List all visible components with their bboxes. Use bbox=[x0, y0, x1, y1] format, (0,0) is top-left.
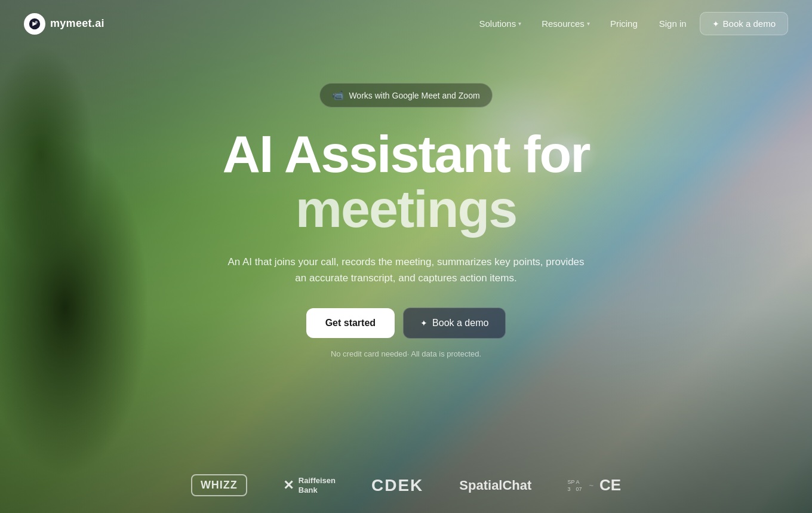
raiffeisen-logo: ✕ Raiffeisen Bank bbox=[283, 476, 336, 494]
get-started-button[interactable]: Get started bbox=[306, 308, 395, 338]
nav-resources[interactable]: Resources ▾ bbox=[533, 14, 598, 33]
hero-content: 📹 Works with Google Meet and Zoom AI Ass… bbox=[0, 47, 812, 358]
resources-chevron-icon: ▾ bbox=[587, 20, 590, 27]
nav-book-demo-button[interactable]: ✦ Book a demo bbox=[700, 12, 788, 35]
whizz-logo: WHiZZ bbox=[191, 474, 247, 496]
no-credit-text: No credit card needed· All data is prote… bbox=[331, 349, 481, 358]
sparkle-icon: ✦ bbox=[712, 19, 719, 29]
ce-logo: SP A 3 07 ~ CE bbox=[567, 476, 621, 494]
hero-subtitle: An AI that joins your call, records the … bbox=[227, 254, 585, 286]
works-badge: 📹 Works with Google Meet and Zoom bbox=[319, 83, 492, 107]
spatialchat-logo: SpatialChat bbox=[459, 478, 531, 493]
logo-link[interactable]: mymeet.ai bbox=[24, 13, 104, 35]
navbar: mymeet.ai Solutions ▾ Resources ▾ Pricin… bbox=[0, 0, 812, 47]
nav-pricing[interactable]: Pricing bbox=[602, 14, 646, 33]
nav-solutions[interactable]: Solutions ▾ bbox=[470, 14, 530, 33]
sparkle-icon-hero: ✦ bbox=[420, 318, 427, 328]
hero-title: AI Assistant for meetings bbox=[222, 127, 589, 254]
cdek-logo: CDEK bbox=[371, 476, 423, 495]
svg-point-1 bbox=[35, 20, 38, 23]
solutions-chevron-icon: ▾ bbox=[518, 20, 521, 27]
book-demo-button[interactable]: ✦ Book a demo bbox=[403, 308, 506, 339]
nav-links: Solutions ▾ Resources ▾ Pricing Sign in … bbox=[470, 12, 788, 35]
raiffeisen-cross-icon: ✕ bbox=[283, 478, 294, 493]
hero-actions: Get started ✦ Book a demo bbox=[306, 308, 506, 339]
logos-bar: WHiZZ ✕ Raiffeisen Bank CDEK SpatialChat… bbox=[0, 462, 812, 513]
logo-text: mymeet.ai bbox=[50, 17, 104, 30]
nav-signin[interactable]: Sign in bbox=[650, 14, 696, 33]
logo-icon bbox=[24, 13, 45, 35]
video-cam-icon: 📹 bbox=[332, 90, 344, 101]
